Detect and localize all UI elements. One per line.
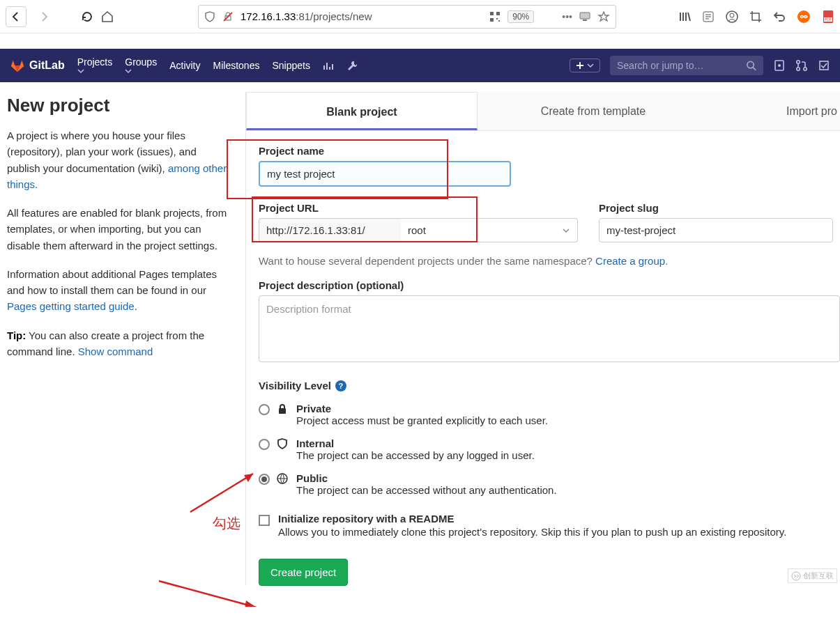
issues-icon[interactable]: [773, 59, 786, 72]
nav-groups[interactable]: Groups: [125, 56, 157, 75]
project-name-input[interactable]: [259, 161, 511, 187]
merge-requests-icon[interactable]: [795, 59, 808, 72]
visibility-public[interactable]: PublicThe project can be accessed withou…: [259, 472, 840, 496]
nav-snippets[interactable]: Snippets: [272, 60, 310, 71]
svg-rect-4: [490, 18, 494, 22]
zoom-badge[interactable]: 90%: [507, 10, 534, 23]
svg-rect-6: [498, 20, 500, 22]
svg-rect-26: [820, 61, 828, 70]
namespace-hint: Want to house several dependent projects…: [259, 255, 840, 267]
visibility-section: Visibility Level ? PrivateProject access…: [259, 380, 840, 496]
desc-paragraph-2: All features are enabled for blank proje…: [7, 205, 231, 254]
shield-icon: [277, 438, 289, 449]
svg-point-25: [804, 68, 807, 70]
gitlab-logo[interactable]: GitLab: [10, 58, 65, 73]
show-command-link[interactable]: Show command: [78, 346, 153, 357]
page-title: New project: [7, 95, 231, 116]
create-group-link[interactable]: Create a group: [595, 255, 665, 267]
help-icon[interactable]: ?: [335, 380, 346, 391]
project-name-label: Project name: [259, 145, 840, 157]
browser-toolbar: 172.16.1.33:81/projects/new 90% ••• PDF: [0, 0, 840, 33]
svg-point-19: [747, 61, 754, 68]
crop-icon[interactable]: [749, 10, 762, 23]
home-button[interactable]: [100, 10, 114, 24]
plus-icon: [576, 61, 584, 70]
monitor-icon[interactable]: [579, 12, 590, 22]
infinity-icon[interactable]: [797, 10, 811, 24]
browser-right-icons: PDF: [678, 10, 834, 24]
tip-paragraph: Tip: You can also create a project from …: [7, 327, 231, 360]
annotation-arrow-create: [155, 574, 267, 607]
address-bar[interactable]: 172.16.1.33:81/projects/new 90% •••: [198, 5, 616, 29]
bookmark-star-icon[interactable]: [597, 10, 610, 23]
back-button[interactable]: [6, 6, 26, 27]
chevron-down-icon: [587, 62, 594, 69]
svg-line-31: [159, 581, 257, 607]
radio-private[interactable]: [259, 404, 270, 415]
qr-icon[interactable]: [489, 11, 501, 22]
svg-point-23: [797, 61, 800, 63]
nav-milestones[interactable]: Milestones: [213, 60, 260, 71]
svg-point-24: [797, 68, 800, 70]
readme-desc: Allows you to immediately clone this pro…: [278, 526, 840, 538]
chevron-down-icon: [562, 226, 570, 235]
pdf-icon[interactable]: PDF: [822, 10, 834, 24]
svg-point-22: [778, 64, 781, 67]
main-panel: Blank project Create from template Impor…: [245, 92, 840, 586]
svg-rect-8: [583, 20, 587, 21]
radio-internal[interactable]: [259, 439, 270, 450]
svg-text:PDF: PDF: [825, 17, 832, 22]
project-tabs: Blank project Create from template Impor…: [246, 92, 840, 131]
project-description-label: Project description (optional): [259, 279, 840, 291]
readme-checkbox-row[interactable]: Initialize repository with a README Allo…: [259, 513, 840, 538]
insecure-icon: [222, 11, 234, 22]
account-icon[interactable]: [726, 10, 738, 23]
tab-blank-project[interactable]: Blank project: [246, 92, 478, 130]
tab-import-project[interactable]: Import pro: [709, 92, 840, 130]
visibility-label: Visibility Level ?: [259, 380, 840, 391]
visibility-internal[interactable]: InternalThe project can be accessed by a…: [259, 437, 840, 461]
watermark: 创新互联: [788, 568, 837, 583]
svg-rect-3: [496, 12, 500, 15]
page-actions-icon[interactable]: •••: [562, 11, 572, 22]
new-dropdown[interactable]: [570, 59, 600, 72]
search-input[interactable]: [617, 60, 739, 71]
create-project-button[interactable]: Create project: [259, 559, 348, 586]
nav-projects[interactable]: Projects: [77, 56, 113, 75]
svg-marker-32: [245, 600, 257, 607]
reader-icon[interactable]: [702, 10, 715, 23]
lock-icon: [277, 403, 289, 414]
gitlab-logo-icon: [10, 58, 25, 73]
reload-button[interactable]: [81, 10, 93, 23]
project-slug-input[interactable]: [599, 218, 833, 242]
svg-line-20: [753, 68, 756, 70]
page-content: New project A project is where you house…: [0, 82, 840, 607]
nav-wrench-icon[interactable]: [346, 60, 358, 71]
brand-text: GitLab: [29, 59, 65, 72]
readme-checkbox[interactable]: [259, 515, 270, 526]
desc-paragraph-1: A project is where you house your files …: [7, 127, 231, 192]
svg-rect-27: [279, 408, 286, 414]
svg-point-13: [726, 11, 738, 22]
namespace-value: root: [408, 224, 426, 236]
project-description-input[interactable]: [259, 295, 840, 362]
project-slug-label: Project slug: [599, 202, 833, 214]
project-url-prefix: http://172.16.1.33:81/: [259, 218, 401, 242]
nav-analytics-icon[interactable]: [323, 60, 334, 71]
create-project-form: Project name Project URL http://172.16.1…: [246, 131, 840, 586]
search-box[interactable]: [610, 56, 763, 75]
nav-activity[interactable]: Activity: [169, 60, 200, 71]
namespace-select[interactable]: root: [401, 218, 578, 242]
readme-title: Initialize repository with a README: [278, 513, 455, 525]
forward-button[interactable]: [33, 6, 54, 27]
tab-create-from-template[interactable]: Create from template: [478, 92, 709, 130]
chevron-down-icon: [77, 68, 84, 75]
desc-paragraph-3: Information about additional Pages templ…: [7, 266, 231, 315]
library-icon[interactable]: [678, 10, 691, 23]
todos-icon[interactable]: [818, 59, 830, 72]
url-text: 172.16.1.33:81/projects/new: [240, 10, 482, 22]
undo-icon[interactable]: [773, 10, 786, 23]
pages-guide-link[interactable]: Pages getting started guide: [7, 300, 135, 312]
annotation-text-select: 勾选: [213, 514, 240, 533]
visibility-private[interactable]: PrivateProject access must be granted ex…: [259, 403, 840, 426]
